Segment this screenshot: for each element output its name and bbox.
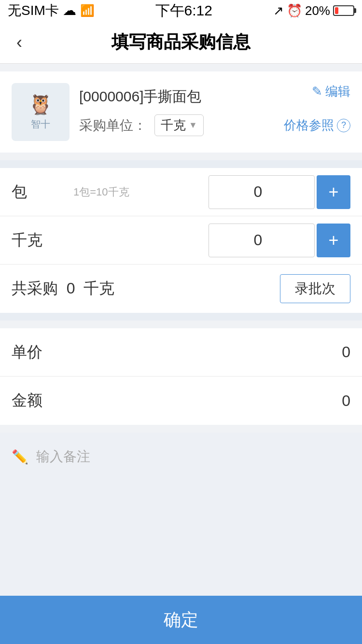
nav-bar: ‹ 填写商品采购信息 — [0, 21, 362, 64]
status-time: 下午6:12 — [155, 1, 212, 21]
notes-section[interactable]: ✏️ 输入备注 — [0, 433, 362, 481]
product-card: 🦉 智十 [0000006]手撕面包 ✎ 编辑 采购单位： 千克 ▼ 价格参照 … — [0, 71, 362, 153]
kg-input[interactable] — [209, 224, 315, 257]
notes-placeholder: 输入备注 — [36, 448, 90, 466]
section-divider-2 — [0, 313, 362, 321]
unit-label: 采购单位： — [79, 116, 147, 135]
input-section: 包 1包=10千克 + 千克 + — [0, 168, 362, 265]
product-info: [0000006]手撕面包 ✎ 编辑 采购单位： 千克 ▼ 价格参照 ? — [79, 83, 350, 136]
battery-percent: 20% — [305, 3, 330, 18]
total-row: 共采购 0 千克 录批次 — [0, 265, 362, 313]
back-button[interactable]: ‹ — [0, 21, 39, 64]
unit-price-value: 0 — [342, 343, 350, 361]
brand-text: 智十 — [31, 118, 50, 131]
amount-value: 0 — [342, 392, 350, 410]
unit-select[interactable]: 千克 ▼ — [154, 114, 204, 136]
kg-input-row: 千克 + — [0, 216, 362, 265]
kg-label: 千克 — [12, 230, 70, 251]
bag-sublabel: 1包=10千克 — [73, 185, 129, 199]
status-right: ↗ ⏰ 20% — [273, 3, 354, 18]
amount-label: 金额 — [12, 390, 42, 411]
confirm-button[interactable]: 确定 — [0, 596, 362, 644]
unit-value: 千克 — [161, 117, 186, 134]
bag-input-row: 包 1包=10千克 + — [0, 168, 362, 216]
section-divider-1 — [0, 160, 362, 168]
price-section: 单价 0 金额 0 — [0, 328, 362, 425]
brand-logo-icon: 🦉 — [28, 93, 53, 116]
dropdown-arrow-icon: ▼ — [189, 120, 197, 130]
amount-row: 金额 0 — [0, 377, 362, 425]
kg-input-wrapper: + — [209, 224, 350, 257]
product-unit-row: 采购单位： 千克 ▼ 价格参照 ? — [79, 114, 350, 136]
location-icon: ↗ — [273, 3, 284, 18]
batch-button[interactable]: 录批次 — [280, 274, 350, 303]
total-amount: 0 — [67, 280, 75, 297]
pencil-icon: ✏️ — [12, 449, 28, 465]
price-ref-question-icon: ? — [337, 119, 350, 132]
status-left: 无SIM卡 ☁ 📶 — [8, 1, 95, 20]
bag-input[interactable] — [209, 175, 315, 209]
alarm-icon: ⏰ — [287, 3, 302, 18]
bag-label: 包 — [12, 182, 70, 203]
status-bar: 无SIM卡 ☁ 📶 下午6:12 ↗ ⏰ 20% — [0, 0, 362, 21]
back-arrow-icon: ‹ — [16, 32, 22, 53]
bag-input-wrapper: + — [209, 175, 350, 209]
edit-button[interactable]: ✎ 编辑 — [312, 83, 350, 100]
no-sim-label: 无SIM卡 ☁ — [8, 1, 76, 20]
unit-price-label: 单价 — [12, 342, 42, 363]
wifi-icon: 📶 — [80, 4, 95, 17]
kg-plus-button[interactable]: + — [317, 224, 350, 257]
product-image: 🦉 智十 — [12, 83, 70, 141]
page-title: 填写商品采购信息 — [111, 30, 251, 54]
battery-icon — [333, 5, 354, 16]
price-ref-button[interactable]: 价格参照 ? — [284, 117, 350, 134]
edit-icon: ✎ — [312, 84, 322, 99]
unit-price-row: 单价 0 — [0, 328, 362, 377]
bag-plus-button[interactable]: + — [317, 175, 350, 209]
product-name: [0000006]手撕面包 — [79, 87, 201, 107]
total-label: 共采购 0 千克 — [12, 278, 114, 299]
